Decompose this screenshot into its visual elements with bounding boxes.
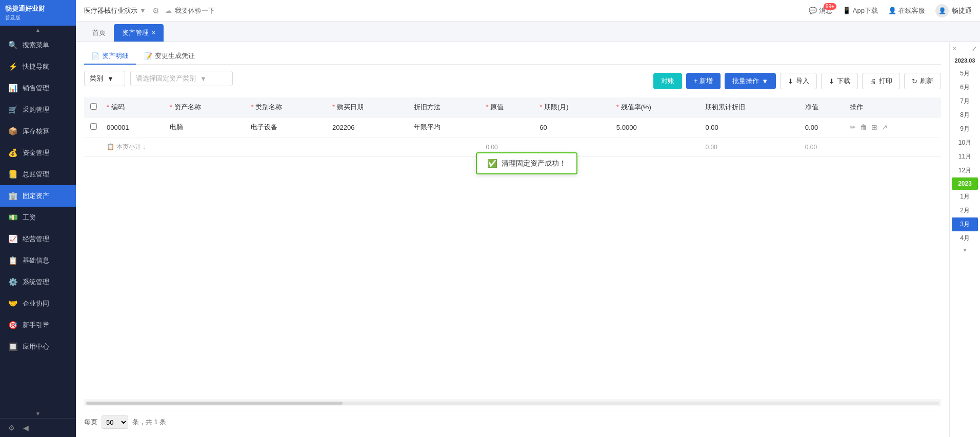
mobile-icon: 📱 <box>843 7 851 14</box>
month-10[interactable]: 10月 <box>950 136 980 150</box>
row-checkbox-cell[interactable] <box>84 117 103 137</box>
delete-icon[interactable]: 🗑 <box>860 123 867 131</box>
copy-icon[interactable]: ⊞ <box>871 123 877 131</box>
sidebar-item-funds[interactable]: 💰 资金管理 <box>0 142 76 164</box>
quicknav-icon: ⚡ <box>8 62 17 71</box>
company-selector[interactable]: 医疗器械行业演示 ▼ <box>84 6 146 15</box>
pagination: 每页 50 100 200 条，共 1 条 <box>84 410 941 431</box>
filter-row: 类别 ▼ 请选择固定资产类别 ▼ <box>84 71 233 86</box>
sidebar-item-label: 经营管理 <box>23 234 49 244</box>
year-2023-marker[interactable]: 2023 <box>952 177 978 190</box>
select-all-cell[interactable] <box>84 97 103 117</box>
download-label: 下载 <box>837 76 850 86</box>
cloud-icon: ☁ <box>165 7 172 14</box>
company-dropdown-arrow: ▼ <box>139 7 146 14</box>
topbar-right: 💬 消息 99+ 📱 App下载 👤 在线客服 👤 畅捷通 <box>809 4 972 17</box>
refresh-button[interactable]: ↻ 刷新 <box>904 73 941 89</box>
cell-original-value <box>482 117 535 137</box>
month-7[interactable]: 7月 <box>950 94 980 108</box>
subtotal-label-cell: 📋 本页小计： <box>103 137 482 157</box>
per-page-label: 每页 <box>84 418 97 427</box>
sidebar-item-sales[interactable]: 📊 销售管理 <box>0 77 76 99</box>
main-area: 医疗器械行业演示 ▼ ⚙ ☁ 我要体验一下 💬 消息 99+ 📱 App下载 👤… <box>76 0 980 437</box>
sidebar-item-label: 采购管理 <box>23 105 49 114</box>
sidebar-item-label: 固定资产 <box>23 191 49 201</box>
month-12[interactable]: 12月 <box>950 164 980 177</box>
system-icon: ⚙️ <box>8 277 17 287</box>
basic-icon: 📋 <box>8 256 17 265</box>
experience-link[interactable]: ☁ 我要体验一下 <box>165 6 215 15</box>
sidebar-item-inventory[interactable]: 📦 库存核算 <box>0 121 76 142</box>
sidebar-item-guide[interactable]: 🎯 新手引导 <box>0 314 76 336</box>
settings-icon[interactable]: ⚙ <box>8 424 15 432</box>
new-button[interactable]: + 新增 <box>686 73 721 89</box>
print-button[interactable]: 🖨 打印 <box>862 73 900 89</box>
category-type-filter[interactable]: 请选择固定资产类别 ▼ <box>130 71 233 86</box>
more-icon[interactable]: ↗ <box>882 123 888 131</box>
company-name: 医疗器械行业演示 <box>84 6 137 15</box>
row-checkbox[interactable] <box>90 123 97 130</box>
sidebar-item-basic[interactable]: 📋 基础信息 <box>0 250 76 271</box>
tab-home[interactable]: 首页 <box>84 24 114 42</box>
cell-initial-depr: 0.00 <box>701 117 801 137</box>
sidebar-item-system[interactable]: ⚙️ 系统管理 <box>0 271 76 293</box>
message-button[interactable]: 💬 消息 99+ <box>809 6 832 15</box>
sidebar-scroll-up[interactable]: ▲ <box>0 26 76 34</box>
month-9[interactable]: 9月 <box>950 122 980 136</box>
sidebar-item-search[interactable]: 🔍 搜索菜单 <box>0 34 76 56</box>
cell-purchase-date: 202206 <box>328 117 410 137</box>
col-net-value: 净值 <box>801 97 846 117</box>
month-2[interactable]: 2月 <box>950 204 980 217</box>
sidebar-item-quicknav[interactable]: ⚡ 快捷导航 <box>0 56 76 77</box>
sidebar-item-payroll[interactable]: 💵 工资 <box>0 207 76 228</box>
collapse-icon[interactable]: ◀ <box>23 424 29 432</box>
category-filter[interactable]: 类别 ▼ <box>84 71 125 86</box>
month-1[interactable]: 1月 <box>950 190 980 204</box>
table-row: 000001 电脑 电子设备 202206 年限平均 60 5.0000 0.0… <box>84 117 941 137</box>
per-page-select[interactable]: 50 100 200 <box>102 415 128 429</box>
export-button[interactable]: ⬇ 导入 <box>780 73 817 89</box>
subtab-asset-detail[interactable]: 📄 资产明细 <box>84 48 136 65</box>
sidebar-item-cooperation[interactable]: 🤝 企业协同 <box>0 293 76 314</box>
sidebar-item-purchase[interactable]: 🛒 采购管理 <box>0 99 76 121</box>
scrollbar-thumb[interactable] <box>86 402 343 405</box>
user-menu[interactable]: 👤 畅捷通 <box>935 4 972 17</box>
account-button[interactable]: 对账 <box>653 73 682 89</box>
panel-expand-icon[interactable]: ⤢ <box>972 45 977 52</box>
tab-asset-mgmt[interactable]: 资产管理 × <box>114 24 164 42</box>
col-residual-rate: * 残值率(%) <box>612 97 702 117</box>
tab-close-icon[interactable]: × <box>152 29 155 36</box>
sidebar-scroll-down[interactable]: ▼ <box>0 409 76 418</box>
batch-button[interactable]: 批量操作 ▼ <box>725 73 776 89</box>
sidebar-item-ledger[interactable]: 📒 总账管理 <box>0 164 76 185</box>
col-original-value: * 原值 <box>482 97 535 117</box>
expand-more-icon[interactable]: ▼ <box>963 247 968 253</box>
select-all-checkbox[interactable] <box>90 103 97 110</box>
refresh-label: 刷新 <box>920 76 933 86</box>
subtotal-initial-depr: 0.00 <box>701 137 801 157</box>
cell-residual-rate: 5.0000 <box>612 117 702 137</box>
panel-close-icon[interactable]: × <box>953 45 956 52</box>
month-6[interactable]: 6月 <box>950 81 980 94</box>
subtotal-icon: 📋 <box>107 143 114 150</box>
month-4[interactable]: 4月 <box>950 231 980 245</box>
sidebar-item-apps[interactable]: 🔲 应用中心 <box>0 336 76 357</box>
scrollbar-track[interactable] <box>86 402 939 405</box>
app-download-link[interactable]: 📱 App下载 <box>843 6 878 15</box>
month-11[interactable]: 11月 <box>950 150 980 164</box>
content-main: 📄 资产明细 📝 变更生成凭证 类别 ▼ 请选择固定资产类别 <box>76 42 949 437</box>
horizontal-scrollbar[interactable] <box>84 400 941 406</box>
download-button[interactable]: ⬇ 下载 <box>821 73 858 89</box>
online-service-link[interactable]: 👤 在线客服 <box>888 6 925 15</box>
total-label: 条，共 1 条 <box>132 418 166 427</box>
company-settings-icon[interactable]: ⚙ <box>152 6 159 15</box>
month-3-current[interactable]: 3月 <box>952 217 978 231</box>
sidebar-item-fixed-assets[interactable]: 🏢 固定资产 <box>0 185 76 207</box>
app-title: 畅捷通好业财 <box>5 4 45 13</box>
sidebar-item-operations[interactable]: 📈 经营管理 <box>0 228 76 250</box>
month-5[interactable]: 5月 <box>950 67 980 81</box>
batch-arrow-icon: ▼ <box>762 77 768 85</box>
edit-icon[interactable]: ✏ <box>850 123 856 131</box>
subtab-change-voucher[interactable]: 📝 变更生成凭证 <box>137 48 202 65</box>
month-8[interactable]: 8月 <box>950 108 980 122</box>
